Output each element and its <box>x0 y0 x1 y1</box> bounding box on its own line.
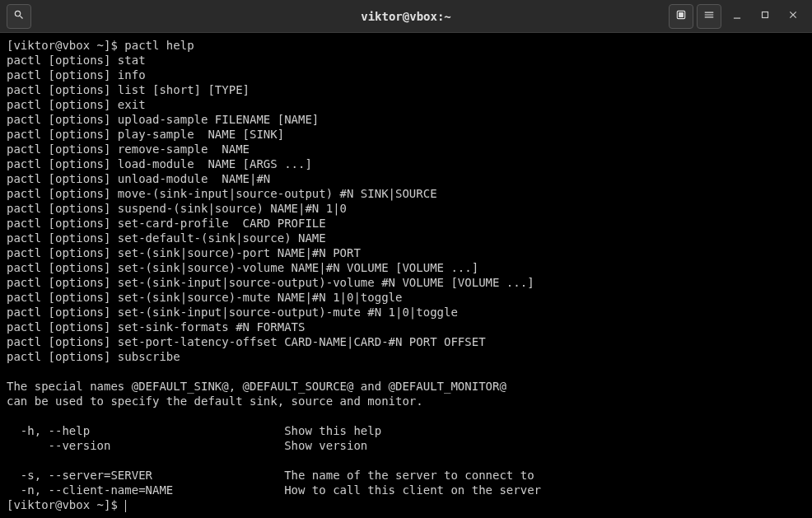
minimize-icon <box>731 9 743 23</box>
command-1: pactl help <box>124 39 194 52</box>
maximize-button[interactable] <box>753 4 777 29</box>
svg-rect-2 <box>734 18 740 19</box>
terminal-area[interactable]: [viktor@vbox ~]$ pactl help pactl [optio… <box>0 33 812 518</box>
search-button[interactable] <box>7 4 31 29</box>
new-tab-button[interactable] <box>669 4 693 29</box>
menu-button[interactable] <box>697 4 721 29</box>
svg-rect-3 <box>763 12 768 18</box>
prompt-2: [viktor@vbox ~]$ <box>7 498 124 511</box>
cursor <box>125 500 126 512</box>
maximize-icon <box>759 9 771 23</box>
titlebar-right <box>669 4 805 29</box>
terminal-icon <box>675 9 687 23</box>
titlebar: viktor@vbox:~ <box>0 0 812 33</box>
svg-rect-1 <box>679 12 684 17</box>
search-icon <box>13 9 25 23</box>
prompt-1: [viktor@vbox ~]$ <box>7 39 124 52</box>
close-button[interactable] <box>781 4 805 29</box>
output-text: pactl [options] stat pactl [options] inf… <box>7 54 541 497</box>
minimize-button[interactable] <box>725 4 749 29</box>
titlebar-left <box>7 4 31 29</box>
close-icon <box>787 9 799 23</box>
window-title: viktor@vbox:~ <box>361 10 451 23</box>
hamburger-icon <box>703 9 715 23</box>
